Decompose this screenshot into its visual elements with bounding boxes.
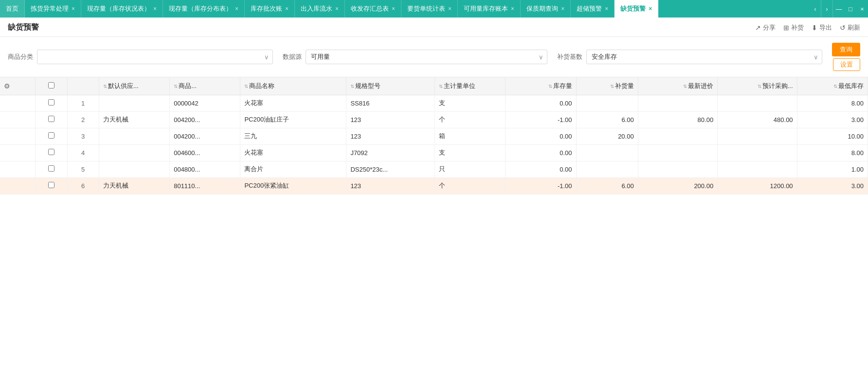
share-btn[interactable]: ↗ 分享	[755, 23, 776, 32]
row-checkbox-5[interactable]	[48, 182, 54, 188]
row-stock-2: 0.00	[506, 128, 576, 144]
row-unit-1: 个	[435, 111, 506, 128]
row-min-stock-1: 3.00	[797, 111, 868, 128]
refresh-btn[interactable]: ↺ 刷新	[840, 23, 860, 32]
row-name-0: 火花塞	[240, 95, 346, 111]
table-header-row: ⚙ ⇅默认供应... ⇅商品... ⇅商品名称	[0, 77, 868, 95]
filter-bar: 商品分类 ∨ 数据源 可用量 ∨ 补货基数 安全库存 ∨ 查询 设置	[0, 37, 868, 77]
tab-batch[interactable]: 库存批次账×	[245, 0, 295, 18]
tab-collection[interactable]: 收发存汇总表×	[345, 0, 401, 18]
tab-stock-status[interactable]: 现存量（库存状况表）×	[81, 0, 163, 18]
row-name-5: PC200张紧油缸	[240, 177, 346, 194]
row-spec-4: DS250*23c...	[346, 161, 435, 177]
row-checkbox-0[interactable]	[48, 99, 54, 106]
tab-prev-btn[interactable]: ‹	[810, 0, 821, 18]
row-gear-1	[0, 111, 36, 128]
tab-close-expiry[interactable]: ×	[561, 6, 564, 12]
share-icon: ↗	[755, 24, 761, 32]
replenish-btn[interactable]: ⊞ 补货	[783, 23, 804, 32]
th-replenish[interactable]: ⇅补货量	[576, 77, 638, 95]
tab-overstock[interactable]: 超储预警×	[571, 0, 615, 18]
tab-label-collection: 收发存汇总表	[351, 4, 389, 13]
row-cb-cell-0	[36, 95, 67, 111]
maximize-btn[interactable]: □	[845, 0, 856, 18]
row-code-5: 801110...	[170, 177, 240, 194]
page-title: 缺货预警	[8, 22, 39, 33]
tab-label-shortage: 缺货预警	[620, 4, 646, 13]
th-name[interactable]: ⇅商品名称	[240, 77, 346, 95]
row-spec-0: SS816	[346, 95, 435, 111]
select-all-checkbox[interactable]	[48, 82, 54, 88]
row-stock-4: 0.00	[506, 161, 576, 177]
tab-inout-flow[interactable]: 出入库流水×	[295, 0, 345, 18]
sort-code-icon: ⇅	[174, 84, 178, 89]
page-container: 缺货预警 ↗ 分享 ⊞ 补货 ⬇ 导出 ↺ 刷新 商品分类	[0, 18, 868, 387]
tab-close-stock-dist[interactable]: ×	[235, 6, 238, 12]
row-no-3: 4	[67, 144, 99, 161]
row-code-2: 004200...	[170, 128, 240, 144]
th-spec[interactable]: ⇅规格型号	[346, 77, 435, 95]
table-row: 3 004200... 三九 123 箱 0.00 20.00 10.00	[0, 128, 868, 144]
table-row: 4 004600... 火花塞 J7092 支 0.00 8.00	[0, 144, 868, 161]
row-cb-cell-4	[36, 161, 67, 177]
th-supplier[interactable]: ⇅默认供应...	[99, 77, 169, 95]
row-checkbox-1[interactable]	[48, 116, 54, 122]
row-checkbox-3[interactable]	[48, 149, 54, 155]
table-row: 2 力天机械 004200... PC200油缸庄子 123 个 -1.00 6…	[0, 111, 868, 128]
tab-close-shortage[interactable]: ×	[649, 6, 652, 12]
tab-next-btn[interactable]: ›	[821, 0, 833, 18]
tab-close-abnormal[interactable]: ×	[72, 6, 75, 12]
row-est-purchase-0	[718, 95, 797, 111]
tab-stock-dist[interactable]: 现存量（库存分布表）×	[163, 0, 245, 18]
datasource-select[interactable]: 可用量	[306, 50, 548, 64]
row-replenish-3	[576, 144, 638, 161]
row-checkbox-2[interactable]	[48, 132, 54, 139]
row-code-1: 004200...	[170, 111, 240, 128]
row-spec-3: J7092	[346, 144, 435, 161]
th-min-stock[interactable]: ⇅最低库存	[797, 77, 868, 95]
tab-label-batch: 库存批次账	[251, 4, 282, 13]
tab-abnormal[interactable]: 拣货异常处理×	[25, 0, 81, 18]
row-checkbox-4[interactable]	[48, 165, 54, 172]
row-name-2: 三九	[240, 128, 346, 144]
row-latest-price-0	[638, 95, 717, 111]
th-est-purchase[interactable]: ⇅预计采购...	[718, 77, 797, 95]
th-stock[interactable]: ⇅库存量	[506, 77, 576, 95]
row-min-stock-3: 8.00	[797, 144, 868, 161]
tab-close-overstock[interactable]: ×	[605, 6, 608, 12]
settings-button[interactable]: 设置	[833, 58, 860, 71]
export-btn[interactable]: ⬇ 导出	[812, 23, 832, 32]
replenish-icon: ⊞	[783, 24, 789, 32]
row-stock-0: 0.00	[506, 95, 576, 111]
th-unit[interactable]: ⇅主计量单位	[435, 77, 506, 95]
tab-close-available[interactable]: ×	[511, 6, 514, 12]
row-unit-2: 箱	[435, 128, 506, 144]
tab-close-collection[interactable]: ×	[392, 6, 395, 12]
tab-label-expiry: 保质期查询	[526, 4, 558, 13]
table-container: ⚙ ⇅默认供应... ⇅商品... ⇅商品名称	[0, 77, 868, 387]
minimize-btn[interactable]: —	[833, 0, 845, 18]
tab-close-stock-status[interactable]: ×	[153, 6, 157, 12]
tab-close-order-stats[interactable]: ×	[448, 6, 452, 12]
tab-expiry[interactable]: 保质期查询×	[521, 0, 571, 18]
category-select[interactable]	[37, 50, 273, 64]
row-stock-3: 0.00	[506, 144, 576, 161]
row-replenish-0	[576, 95, 638, 111]
tab-close-batch[interactable]: ×	[285, 6, 289, 12]
category-label: 商品分类	[8, 53, 33, 61]
tab-close-inout-flow[interactable]: ×	[335, 6, 339, 12]
th-latest-price[interactable]: ⇅最新进价	[638, 77, 717, 95]
tab-home[interactable]: 首页	[0, 0, 25, 18]
close-btn[interactable]: ×	[856, 0, 868, 18]
replenish-base-select[interactable]: 安全库存	[586, 50, 822, 64]
tab-available[interactable]: 可用量库存账本×	[458, 0, 521, 18]
export-icon: ⬇	[812, 24, 817, 32]
row-supplier-0	[99, 95, 169, 111]
column-settings-icon[interactable]: ⚙	[4, 82, 10, 90]
tab-order-stats[interactable]: 要货单统计表×	[401, 0, 458, 18]
row-latest-price-3	[638, 144, 717, 161]
row-est-purchase-4	[718, 161, 797, 177]
query-button[interactable]: 查询	[832, 43, 860, 56]
tab-shortage[interactable]: 缺货预警×	[615, 0, 658, 18]
th-code[interactable]: ⇅商品...	[170, 77, 240, 95]
